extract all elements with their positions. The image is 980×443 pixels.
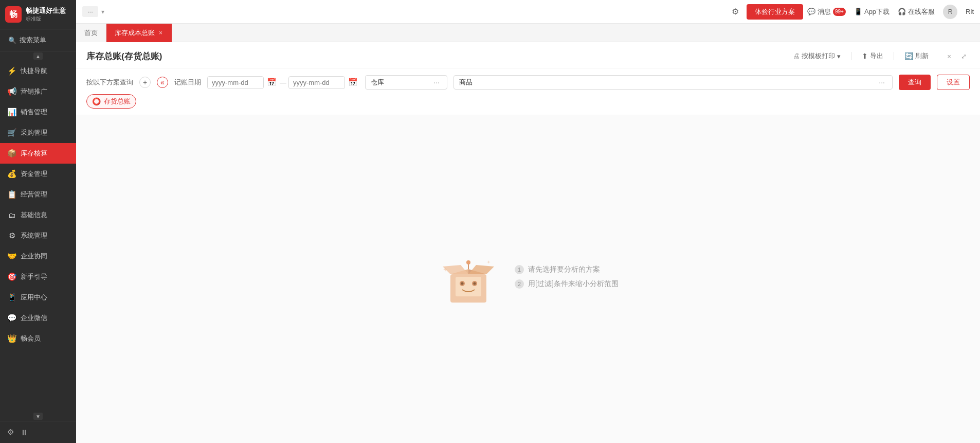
industry-solution-button[interactable]: 体验行业方案 [747,4,803,20]
filter-collapse-button[interactable]: « [157,77,168,88]
divider2 [894,52,894,60]
online-service-button[interactable]: 🎧 在线客服 [898,7,935,16]
breadcrumb-arrow-icon: ▾ [101,8,104,15]
sidebar-item-apps[interactable]: 📱 应用中心 [0,287,76,308]
export-icon: ⬆ [862,52,868,60]
tab-inventory-ledger[interactable]: 库存成本总账 × [106,24,172,42]
topbar-settings-button[interactable]: ⚙ [728,5,742,19]
sidebar-item-newbie[interactable]: 🎯 新手引导 [0,267,76,287]
empty-hint-2: 2 用[过滤]条件来缩小分析范围 [515,279,619,289]
basic-icon: 🗂 [7,211,16,220]
print-icon: 🖨 [792,52,800,60]
svg-text:✦: ✦ [486,259,491,265]
svg-text:✦: ✦ [443,266,448,273]
empty-state: ✦ ✦ 1 请先选择要分析的方案 2 用[过滤]条件来缩小分析范围 [76,115,980,443]
sidebar-item-finance[interactable]: 💰 资金管理 [0,164,76,184]
app-logo: 畅 畅捷通好生意 标准版 [0,0,76,29]
refresh-button[interactable]: 🔄 刷新 [900,49,933,63]
date-separator: — [280,79,286,86]
search-menu-button[interactable]: 🔍 搜索菜单 [5,33,71,47]
sidebar-item-wecom[interactable]: 💬 企业微信 [0,308,76,328]
print-dropdown-icon: ▾ [837,52,841,60]
tab-home[interactable]: 首页 [76,24,106,42]
operation-icon: 📋 [7,190,16,199]
sidebar: 畅 畅捷通好生意 标准版 🔍 搜索菜单 ▲ ⚡ 快捷导航 📢 营销推广 📊 销售… [0,0,76,443]
scheme-selector[interactable]: ⭕ 存货总账 [86,94,136,109]
shortcut-icon: ⚡ [7,66,16,76]
sidebar-search-area[interactable]: 🔍 搜索菜单 [0,29,76,51]
svg-point-8 [461,282,464,285]
member-icon: 👑 [7,334,16,343]
sidebar-scroll-down[interactable]: ▼ [0,412,76,421]
svg-marker-4 [468,265,494,274]
page-title: 库存总账(存货总账) [86,50,162,62]
sidebar-nav: ⚡ 快捷导航 📢 营销推广 📊 销售管理 🛒 采购管理 📦 库存核算 💰 资金管… [0,61,76,412]
messages-badge: 99+ [833,8,846,16]
sidebar-item-system[interactable]: ⚙ 系统管理 [0,225,76,246]
apps-icon: 📱 [7,293,16,302]
page-header-actions: 🖨 按模板打印 ▾ ⬆ 导出 🔄 刷新 × ⤢ [788,49,970,63]
breadcrumb-item[interactable]: ··· [82,6,98,17]
sidebar-scroll-up[interactable]: ▲ [0,51,76,61]
warehouse-selector[interactable]: 仓库 ··· [365,75,447,90]
headset-icon: 🎧 [898,8,906,15]
messages-icon: 💬 [807,8,815,15]
date-range-input: 📅 — 📅 [207,76,359,89]
filter-bar: 按以下方案查询 + « 记账日期 📅 — 📅 仓库 ··· [76,68,980,115]
inventory-icon: 📦 [7,149,16,158]
sidebar-item-inventory[interactable]: 📦 库存核算 [0,143,76,164]
user-name[interactable]: Rit [966,8,974,15]
app-download-button[interactable]: 📱 App下载 [854,7,890,16]
sidebar-item-sales[interactable]: 📊 销售管理 [0,102,76,122]
filter-row: 按以下方案查询 + « 记账日期 📅 — 📅 仓库 ··· [86,75,970,90]
topbar: ··· ▾ ⚙ 体验行业方案 💬 消息 99+ 📱 App下载 🎧 在线客服 R… [76,0,980,24]
finance-icon: 💰 [7,169,16,179]
right-panel-controls: × ⤢ [943,50,970,62]
topbar-right-actions: 💬 消息 99+ 📱 App下载 🎧 在线客服 R Rit [807,5,974,19]
export-button[interactable]: ⬆ 导出 [858,49,887,63]
calendar-end-icon[interactable]: 📅 [347,77,359,88]
scheme-row: ⭕ 存货总账 [86,90,970,109]
date-start-input[interactable] [207,76,264,89]
breadcrumb: ··· ▾ [82,6,724,17]
expand-panel-button[interactable]: ⤢ [957,50,970,62]
logo-text: 畅捷通好生意 标准版 [26,7,66,22]
product-selector[interactable]: 商品 ··· [453,75,893,90]
product-more-icon[interactable]: ··· [877,78,887,86]
settings-footer-button[interactable]: ⚙ [7,428,14,437]
enterprise-icon: 🤝 [7,252,16,261]
filter-settings-button[interactable]: 设置 [937,75,970,90]
sidebar-item-member[interactable]: 👑 畅会员 [0,328,76,349]
calendar-start-icon[interactable]: 📅 [266,77,278,88]
divider [851,52,851,60]
query-button[interactable]: 查询 [899,75,931,90]
page-content: 库存总账(存货总账) 🖨 按模板打印 ▾ ⬆ 导出 🔄 刷新 [76,42,980,443]
print-button[interactable]: 🖨 按模板打印 ▾ [788,49,845,63]
messages-button[interactable]: 💬 消息 99+ [807,7,846,16]
svg-point-11 [466,260,470,264]
marketing-icon: 📢 [7,87,16,96]
sound-footer-button[interactable]: ⏸ [20,428,28,437]
newbie-icon: 🎯 [7,272,16,281]
logo-icon: 畅 [5,6,22,23]
svg-rect-5 [456,277,481,296]
sidebar-item-enterprise[interactable]: 🤝 企业协同 [0,246,76,267]
filter-add-button[interactable]: + [139,77,151,88]
date-end-input[interactable] [288,76,345,89]
close-panel-button[interactable]: × [943,50,955,62]
svg-point-9 [474,282,476,285]
warehouse-more-icon[interactable]: ··· [431,78,442,86]
system-icon: ⚙ [7,231,16,240]
sidebar-item-operation[interactable]: 📋 经营管理 [0,184,76,205]
avatar[interactable]: R [943,5,957,19]
tab-close-button[interactable]: × [158,29,164,37]
tabbar: 首页 库存成本总账 × [76,24,980,42]
search-icon: 🔍 [8,37,16,44]
main-content: ··· ▾ ⚙ 体验行业方案 💬 消息 99+ 📱 App下载 🎧 在线客服 R… [76,0,980,443]
sidebar-item-shortcut[interactable]: ⚡ 快捷导航 [0,61,76,81]
date-field-label: 记账日期 [174,78,201,87]
sidebar-item-basic[interactable]: 🗂 基础信息 [0,205,76,225]
sidebar-item-marketing[interactable]: 📢 营销推广 [0,81,76,102]
sidebar-item-purchase[interactable]: 🛒 采购管理 [0,122,76,143]
empty-illustration: ✦ ✦ [438,249,499,310]
